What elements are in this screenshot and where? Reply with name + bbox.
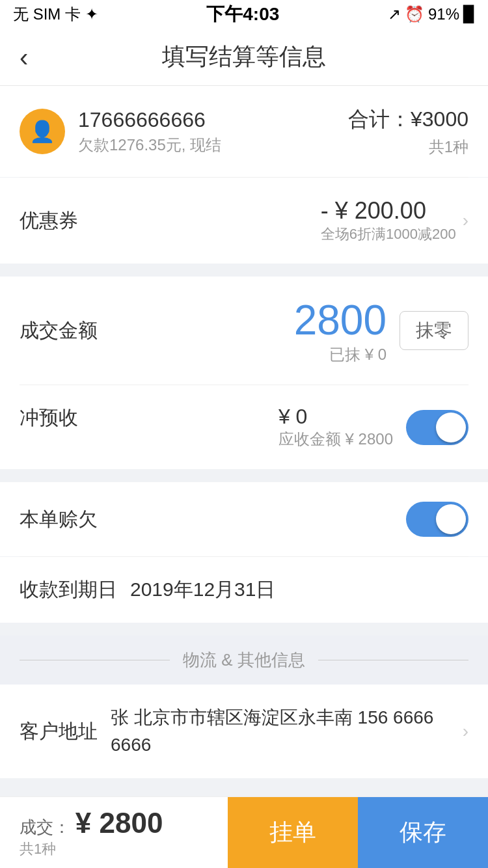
- debit-toggle[interactable]: [406, 502, 468, 537]
- bottom-summary: 成交： ¥ 2800 共1种: [0, 807, 228, 859]
- customer-phone: 17666666666: [78, 108, 221, 132]
- charge-amount: ¥ 0: [278, 405, 393, 429]
- customer-card: 👤 17666666666 欠款1276.35元, 现结 合计：¥3000 共1…: [0, 86, 488, 177]
- sim-text: 无 SIM 卡 ✦: [13, 4, 98, 25]
- coupon-label: 优惠券: [20, 208, 78, 234]
- nav-bar: ‹ 填写结算等信息: [0, 29, 488, 86]
- charge-label: 冲预收: [20, 405, 78, 431]
- coupon-desc: 全场6折满1000减200: [321, 224, 456, 244]
- status-right: ↗ ⏰ 91% ▉: [388, 5, 475, 23]
- total-count: 共1种: [348, 137, 468, 157]
- debit-label: 本单赊欠: [20, 506, 98, 533]
- bottom-summary-label: 成交：: [20, 817, 70, 837]
- status-time: 下午4:03: [206, 2, 279, 27]
- save-button[interactable]: 保存: [358, 797, 488, 869]
- page-title: 填写结算等信息: [162, 41, 326, 73]
- status-left: 无 SIM 卡 ✦: [13, 4, 98, 25]
- back-button[interactable]: ‹: [20, 44, 28, 70]
- hang-button[interactable]: 挂单: [228, 797, 358, 869]
- debit-row: 本单赊欠: [0, 482, 488, 556]
- round-button[interactable]: 抹零: [400, 311, 468, 350]
- charge-sub: 应收金额 ¥ 2800: [278, 429, 393, 450]
- deal-amount-sub: 已抹 ¥ 0: [294, 344, 386, 365]
- main-content: 👤 17666666666 欠款1276.35元, 现结 合计：¥3000 共1…: [0, 86, 488, 868]
- avatar-icon: 👤: [29, 119, 55, 144]
- location-icon: ↗: [388, 5, 401, 23]
- address-row[interactable]: 客户地址 张 北京市市辖区海淀区永丰南 156 6666 6666 ›: [0, 685, 488, 778]
- battery-text: 91%: [428, 5, 459, 23]
- battery-icon: ▉: [463, 5, 475, 23]
- address-label: 客户地址: [20, 718, 98, 745]
- address-value: 张 北京市市辖区海淀区永丰南 156 6666 6666: [98, 704, 463, 759]
- bottom-summary-amount: ¥ 2800: [75, 807, 163, 839]
- deal-amount-value: 2800: [294, 296, 386, 344]
- alarm-icon: ⏰: [405, 5, 424, 23]
- bottom-bar: 成交： ¥ 2800 共1种 挂单 保存: [0, 796, 488, 868]
- charge-toggle[interactable]: [406, 410, 468, 445]
- charge-row: 冲预收 ¥ 0 应收金额 ¥ 2800: [0, 385, 488, 469]
- section-gap-1: [0, 264, 488, 277]
- section-gap-3: [0, 623, 488, 636]
- coupon-row[interactable]: 优惠券 - ¥ 200.00 全场6折满1000减200 ›: [0, 178, 488, 264]
- deal-amount-section: 成交金额 2800 已抹 ¥ 0 抹零 冲预收 ¥ 0 应收金额 ¥ 2800: [0, 277, 488, 469]
- logistics-text: 物流 & 其他信息: [183, 649, 305, 671]
- deal-amount-row: 成交金额 2800 已抹 ¥ 0 抹零: [0, 277, 488, 385]
- customer-sub-text: 欠款1276.35元, 现结: [78, 135, 221, 156]
- bottom-summary-count: 共1种: [20, 839, 208, 859]
- address-chevron-icon: ›: [463, 721, 468, 742]
- status-bar: 无 SIM 卡 ✦ 下午4:03 ↗ ⏰ 91% ▉: [0, 0, 488, 29]
- logistics-line-right: [318, 660, 468, 660]
- deal-amount-label: 成交金额: [20, 318, 98, 344]
- due-date-value: 2019年12月31日: [130, 576, 275, 603]
- total-amount: 合计：¥3000: [348, 105, 468, 134]
- due-date-row: 收款到期日 2019年12月31日: [0, 557, 488, 623]
- due-date-label: 收款到期日: [20, 576, 117, 603]
- avatar: 👤: [20, 109, 65, 154]
- coupon-chevron-icon: ›: [463, 210, 468, 231]
- logistics-line-left: [20, 660, 170, 660]
- coupon-amount: - ¥ 200.00: [321, 197, 456, 224]
- logistics-header: 物流 & 其他信息: [0, 636, 488, 685]
- section-gap-2: [0, 469, 488, 482]
